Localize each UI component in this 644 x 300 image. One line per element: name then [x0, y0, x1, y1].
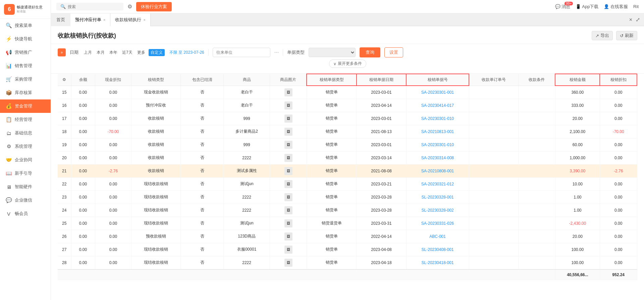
cell-verify-bill-no[interactable]: SA-20230414-017: [406, 99, 469, 112]
tab-expand-icon[interactable]: ⤢: [636, 16, 640, 23]
verify-bill-no-link[interactable]: SA-20230314-008: [421, 156, 454, 160]
cell-verify-bill-date: 2023-04-18: [357, 256, 406, 269]
cell-include-settled: 否: [181, 138, 224, 151]
date-custom[interactable]: 自定义: [149, 49, 165, 56]
refresh-btn[interactable]: ↺ 刷新: [616, 31, 637, 40]
cell-verify-discount: 0.00: [600, 112, 637, 125]
verify-bill-no-link[interactable]: SL-20230408-001: [422, 247, 454, 252]
cell-verify-bill-no[interactable]: SL-20230418-001: [406, 256, 469, 269]
single-type-select[interactable]: [309, 48, 356, 57]
cell-verify-bill-no[interactable]: SA-20230321-012: [406, 177, 469, 190]
sidebar-item-13[interactable]: 💬 企业微信: [0, 194, 51, 207]
sidebar-item-0[interactable]: 🔍 搜索菜单: [0, 19, 51, 32]
cell-include-settled: 否: [181, 190, 224, 204]
filter-toggle-btn[interactable]: »: [58, 48, 66, 56]
cell-verify-bill-date: 2023-03-01: [357, 86, 406, 99]
cell-verify-bill-no[interactable]: SA-20210813-001: [406, 125, 469, 138]
sidebar-icon-10: 🤝: [5, 157, 12, 163]
message-btn[interactable]: 💬 消息 99+: [555, 4, 571, 10]
tab-verify[interactable]: 收款核销执行 ×: [110, 13, 150, 26]
sidebar-label-8: 基础信息: [15, 130, 32, 136]
verify-bill-no-link[interactable]: SL-20230328-001: [422, 195, 454, 200]
sidebar-item-6[interactable]: 💰 资金管理: [0, 99, 51, 113]
verify-bill-no-link[interactable]: ABC-001: [429, 234, 446, 239]
date-filter-label: 日期: [70, 49, 78, 55]
tab-prepay-close[interactable]: ×: [103, 18, 105, 22]
cell-product: 2222: [223, 190, 270, 204]
logo-badge: 标准版: [17, 9, 43, 14]
date-last-7-days[interactable]: 近7天: [121, 49, 134, 56]
search-box[interactable]: 🔍: [56, 3, 123, 10]
verify-bill-no-link[interactable]: SA-20210808-001: [421, 169, 454, 173]
date-this-year[interactable]: 本年: [108, 49, 119, 56]
sidebar-item-5[interactable]: 📦 库存核算: [0, 86, 51, 99]
from-unit-more-icon[interactable]: ···: [274, 49, 279, 55]
cell-verify-bill-no[interactable]: SL-20230408-001: [406, 243, 469, 256]
cell-verify-bill-no[interactable]: SA-20230331-026: [406, 217, 469, 230]
search-input[interactable]: [68, 4, 108, 9]
sidebar-item-4[interactable]: 🛒 采购管理: [0, 73, 51, 86]
verify-bill-no-link[interactable]: SA-20230331-026: [421, 221, 454, 226]
from-unit-input[interactable]: [213, 48, 270, 57]
cell-verify-bill-no[interactable]: ABC-001: [406, 230, 469, 243]
tab-home[interactable]: 首页: [51, 13, 70, 26]
cell-cash-discount: -70.00: [95, 125, 131, 138]
settings-btn[interactable]: 设置: [384, 47, 403, 57]
sidebar-item-2[interactable]: 📢 营销推广: [0, 46, 51, 59]
sidebar-label-9: 系统管理: [15, 143, 32, 149]
tab-verify-close[interactable]: ×: [143, 18, 145, 22]
verify-bill-no-link[interactable]: SL-20230328-002: [422, 208, 454, 213]
date-this-month[interactable]: 本月: [95, 49, 106, 56]
table-row: 22 0.00 0.00 现结收款核销 否 测试jun 🖼 销货单 2023-0…: [58, 177, 637, 190]
sidebar-item-3[interactable]: 📊 销售管理: [0, 59, 51, 73]
sidebar-item-14[interactable]: V 畅会员: [0, 207, 51, 220]
cell-verify-bill-no[interactable]: SA-20230301-010: [406, 112, 469, 125]
cell-include-settled: 否: [181, 177, 224, 190]
sidebar-item-9[interactable]: ⚙ 系统管理: [0, 140, 51, 153]
app-download-btn[interactable]: 📱 App下载: [576, 4, 598, 10]
cell-verify-bill-no[interactable]: SA-20230301-010: [406, 138, 469, 151]
col-header-product-img: 商品图片: [270, 74, 307, 86]
query-btn[interactable]: 查询: [360, 47, 380, 57]
gear-icon[interactable]: ⚙: [127, 3, 132, 10]
sidebar-item-10[interactable]: 🤝 企业协同: [0, 153, 51, 167]
tab-close-icon[interactable]: ×: [629, 17, 632, 23]
cell-verify-discount: 0.00: [600, 256, 637, 269]
cell-verify-amount: 20.00: [555, 230, 600, 243]
date-more[interactable]: 更多: [136, 49, 147, 56]
sidebar-item-7[interactable]: 📋 经营管理: [0, 113, 51, 126]
cell-verify-bill-no[interactable]: SA-20230301-001: [406, 86, 469, 99]
sidebar-item-1[interactable]: ⚡ 快捷导航: [0, 32, 51, 46]
expand-conditions-btn[interactable]: ∨ 展开更多条件: [329, 59, 366, 68]
verify-bill-no-link[interactable]: SA-20210813-001: [421, 129, 454, 134]
col-header-product: 商品: [223, 74, 270, 86]
sidebar-item-11[interactable]: 📖 新手引导: [0, 167, 51, 180]
cell-receipt-condition: [519, 243, 555, 256]
export-btn[interactable]: ↗ 导出: [592, 31, 613, 40]
table-row: 16 0.00 0.00 预付冲应收 否 老白干 🖼 销货单 2023-04-1…: [58, 99, 637, 112]
verify-bill-no-link[interactable]: SA-20230321-012: [421, 182, 454, 186]
cell-balance: 0.00: [71, 151, 95, 164]
date-last-month[interactable]: 上月: [83, 49, 93, 56]
cell-verify-bill-no[interactable]: SA-20210808-001: [406, 164, 469, 177]
sidebar-label-1: 快捷导航: [15, 36, 32, 42]
date-range-display: 不限 至 2023-07-26: [169, 50, 204, 55]
cell-receipt-condition: [519, 230, 555, 243]
online-service-btn[interactable]: 👤 在线客服: [604, 4, 628, 10]
verify-bill-no-link[interactable]: SL-20230418-001: [422, 260, 454, 265]
sidebar-item-8[interactable]: 🗂 基础信息: [0, 126, 51, 140]
col-header-settings[interactable]: ⚙: [58, 74, 71, 86]
verify-bill-no-link[interactable]: SA-20230301-010: [421, 116, 454, 121]
user-avatar[interactable]: Rit: [633, 4, 639, 9]
table-container[interactable]: ⚙ 余额 现金折扣 核销类型 包含已结清 商品 商品图片 核销单据类型 核销单据…: [51, 74, 644, 300]
verify-bill-no-link[interactable]: SA-20230301-010: [421, 142, 454, 147]
industry-btn[interactable]: 休验行业方案: [136, 2, 172, 11]
filter-area: » 日期 上月 本月 本年 近7天 更多 自定义 不限 至 2023-07-26…: [51, 44, 644, 74]
sidebar-item-12[interactable]: 🖥 智能硬件: [0, 180, 51, 194]
verify-bill-no-link[interactable]: SA-20230414-017: [421, 103, 454, 108]
cell-verify-bill-no[interactable]: SL-20230328-002: [406, 204, 469, 217]
verify-bill-no-link[interactable]: SA-20230301-001: [421, 90, 454, 95]
cell-verify-bill-no[interactable]: SL-20230328-001: [406, 190, 469, 204]
tab-prepay[interactable]: 预付冲应付单 ×: [70, 13, 110, 26]
cell-verify-bill-no[interactable]: SA-20230314-008: [406, 151, 469, 164]
